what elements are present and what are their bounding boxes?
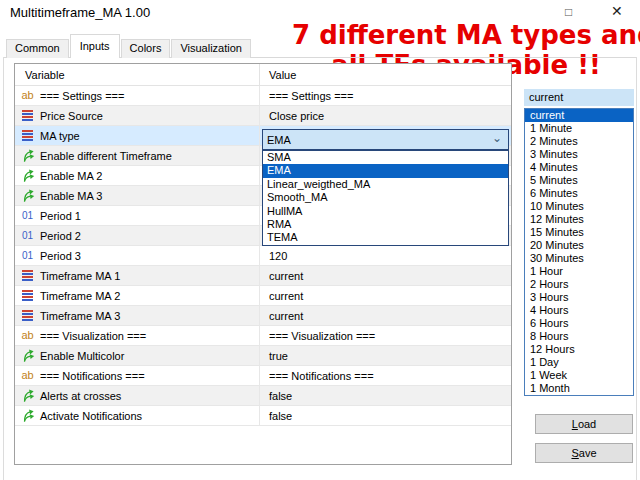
timeframe-option[interactable]: 15 Minutes	[525, 226, 633, 239]
bool-arrow-icon	[21, 149, 35, 162]
table-row[interactable]: 01Period 3120	[15, 246, 511, 266]
variable-label: === Settings ===	[40, 90, 124, 102]
ma-type-option[interactable]: Smooth_MA	[263, 191, 508, 204]
value-cell[interactable]: === Visualization ===	[259, 326, 511, 345]
tab-visualization[interactable]: Visualization	[171, 39, 251, 58]
ab-icon: ab	[21, 90, 33, 101]
chevron-down-icon: ⌄	[492, 131, 502, 145]
timeframe-field[interactable]: current	[524, 89, 634, 106]
column-header-value: Value	[259, 64, 296, 85]
ma-type-combobox-value: EMA	[267, 134, 291, 146]
ma-type-combobox[interactable]: EMA ⌄	[262, 129, 509, 150]
tab-bar: CommonInputsColorsVisualization	[6, 36, 252, 58]
value-cell[interactable]: 120	[259, 246, 511, 265]
value-cell[interactable]: === Settings ===	[259, 86, 511, 105]
enum-icon	[22, 310, 33, 321]
value-cell[interactable]: current	[259, 266, 511, 285]
timeframe-option[interactable]: 20 Minutes	[525, 239, 633, 252]
page-border-left	[3, 57, 4, 480]
ma-type-dropdown-list: SMAEMALinear_weigthed_MASmooth_MAHullMAR…	[262, 150, 509, 246]
timeframe-option[interactable]: 1 Month	[525, 382, 633, 395]
timeframe-option[interactable]: 3 Hours	[525, 291, 633, 304]
ma-type-option[interactable]: SMA	[263, 151, 508, 164]
enum-icon	[22, 290, 33, 301]
table-row[interactable]: Activate Notificationsfalse	[15, 406, 511, 426]
variable-label: Period 3	[40, 250, 81, 262]
int-icon: 01	[22, 211, 33, 221]
variable-label: Enable different Timeframe	[40, 150, 172, 162]
table-row[interactable]: Price SourceClose price	[15, 106, 511, 126]
table-row[interactable]: Timeframe MA 2current	[15, 286, 511, 306]
ma-type-option[interactable]: HullMA	[263, 205, 508, 218]
value-cell[interactable]: current	[259, 286, 511, 305]
ma-type-option[interactable]: Linear_weigthed_MA	[263, 178, 508, 191]
window-title: Multitimeframe_MA 1.00	[10, 5, 150, 20]
value-cell[interactable]: current	[259, 306, 511, 325]
table-row[interactable]: Alerts at crossesfalse	[15, 386, 511, 406]
variable-label: === Notifications ===	[40, 370, 145, 382]
timeframe-option[interactable]: 8 Hours	[525, 330, 633, 343]
timeframe-option[interactable]: 5 Minutes	[525, 174, 633, 187]
table-row[interactable]: Enable Multicolortrue	[15, 346, 511, 366]
ma-type-option[interactable]: RMA	[263, 218, 508, 231]
timeframe-option[interactable]: 1 Minute	[525, 122, 633, 135]
table-row[interactable]: Timeframe MA 3current	[15, 306, 511, 326]
timeframe-option[interactable]: 12 Minutes	[525, 213, 633, 226]
timeframe-option[interactable]: 3 Minutes	[525, 148, 633, 161]
ma-type-option[interactable]: EMA	[263, 164, 508, 177]
timeframe-option[interactable]: 12 Hours	[525, 343, 633, 356]
variable-label: Timeframe MA 1	[40, 270, 120, 282]
timeframe-option[interactable]: current	[525, 109, 633, 122]
variable-label: Enable Multicolor	[40, 350, 124, 362]
timeframe-option[interactable]: 1 Day	[525, 356, 633, 369]
table-row[interactable]: Timeframe MA 1current	[15, 266, 511, 286]
bool-arrow-icon	[21, 389, 35, 402]
timeframe-option[interactable]: 1 Hour	[525, 265, 633, 278]
page-border-right	[636, 57, 637, 480]
timeframe-option[interactable]: 30 Minutes	[525, 252, 633, 265]
load-button[interactable]: Load	[535, 414, 633, 434]
timeframe-option[interactable]: 4 Hours	[525, 304, 633, 317]
variable-label: Price Source	[40, 110, 103, 122]
enum-icon	[22, 130, 33, 141]
value-cell[interactable]: Close price	[259, 106, 511, 125]
value-cell[interactable]: === Notifications ===	[259, 366, 511, 385]
table-row[interactable]: ab=== Visualization ====== Visualization…	[15, 326, 511, 346]
value-cell[interactable]: false	[259, 386, 511, 405]
timeframe-option[interactable]: 4 Minutes	[525, 161, 633, 174]
annotation-line-1: 7 different MA types and	[292, 20, 640, 50]
variable-label: Enable MA 3	[40, 190, 102, 202]
save-button[interactable]: Save	[535, 443, 633, 463]
inputs-table: Variable Value ab=== Settings ====== Set…	[14, 63, 512, 465]
timeframe-option[interactable]: 1 Week	[525, 369, 633, 382]
timeframe-option[interactable]: 2 Hours	[525, 278, 633, 291]
bool-arrow-icon	[21, 409, 35, 422]
variable-label: Alerts at crosses	[40, 390, 121, 402]
value-cell[interactable]: false	[259, 406, 511, 425]
variable-label: Timeframe MA 2	[40, 290, 120, 302]
timeframe-option[interactable]: 6 Hours	[525, 317, 633, 330]
value-cell[interactable]: true	[259, 346, 511, 365]
int-icon: 01	[22, 231, 33, 241]
close-icon[interactable]: ✕	[611, 3, 623, 19]
enum-icon	[22, 110, 33, 121]
ab-icon: ab	[21, 370, 33, 381]
variable-label: Activate Notifications	[40, 410, 142, 422]
tab-colors[interactable]: Colors	[121, 39, 171, 58]
tab-common[interactable]: Common	[6, 39, 69, 58]
bool-arrow-icon	[21, 169, 35, 182]
tab-inputs[interactable]: Inputs	[70, 34, 120, 58]
variable-label: Enable MA 2	[40, 170, 102, 182]
table-row[interactable]: ab=== Notifications ====== Notifications…	[15, 366, 511, 386]
ma-type-option[interactable]: TEMA	[263, 231, 508, 244]
ab-icon: ab	[21, 330, 33, 341]
maximize-icon[interactable]: □	[565, 5, 572, 19]
column-header-variable: Variable	[25, 69, 65, 81]
timeframe-option[interactable]: 2 Minutes	[525, 135, 633, 148]
enum-icon	[22, 270, 33, 281]
table-header-row: Variable Value	[15, 64, 511, 86]
variable-label: === Visualization ===	[40, 330, 146, 342]
timeframe-option[interactable]: 6 Minutes	[525, 187, 633, 200]
timeframe-option[interactable]: 10 Minutes	[525, 200, 633, 213]
table-row[interactable]: ab=== Settings ====== Settings ===	[15, 86, 511, 106]
